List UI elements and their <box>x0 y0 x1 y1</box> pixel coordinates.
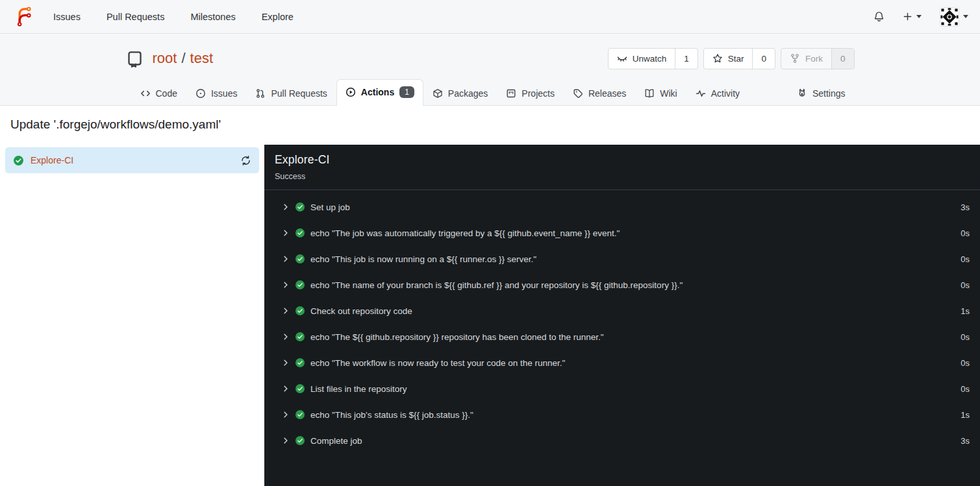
job-log-panel: Explore-CI Success Set up job 3s echo "T… <box>264 145 980 486</box>
step-name: Complete job <box>310 436 362 446</box>
step-row[interactable]: echo "The name of your branch is ${{ git… <box>264 272 980 298</box>
step-name: echo "The job was automatically triggere… <box>310 228 620 238</box>
tab-issues[interactable]: Issues <box>186 81 246 106</box>
navbar-item-explore[interactable]: Explore <box>262 12 294 22</box>
tag-icon <box>573 88 583 99</box>
chevron-right-icon <box>282 359 290 367</box>
navbar-item-milestones[interactable]: Milestones <box>190 12 235 22</box>
check-circle-icon <box>295 435 305 446</box>
sidebar-job-label: Explore-CI <box>31 155 73 165</box>
navbar-right <box>873 7 968 27</box>
refresh-icon[interactable] <box>240 155 251 166</box>
step-name: Set up job <box>310 202 350 212</box>
step-duration: 0s <box>961 384 970 394</box>
chevron-right-icon <box>282 255 290 263</box>
check-circle-icon <box>295 383 305 394</box>
step-duration: 0s <box>961 358 970 368</box>
star-icon <box>712 53 723 64</box>
navbar-item-pull-requests[interactable]: Pull Requests <box>107 12 164 22</box>
chevron-right-icon <box>282 203 290 211</box>
tab-settings[interactable]: Settings <box>788 81 855 106</box>
check-circle-icon <box>295 228 305 238</box>
sidebar-job-explore-ci[interactable]: Explore-CI <box>5 147 259 173</box>
step-row[interactable]: echo "The workflow is now ready to test … <box>264 350 980 376</box>
job-title: Explore-CI <box>275 153 970 167</box>
pulse-icon <box>696 88 706 99</box>
tools-icon <box>797 88 807 99</box>
actions-count-badge: 1 <box>399 86 414 98</box>
check-circle-icon <box>295 306 305 316</box>
chevron-right-icon <box>282 281 290 289</box>
repo-owner-link[interactable]: root <box>153 50 177 67</box>
run-content: Explore-CI Explore-CI Success Set up job… <box>0 145 980 486</box>
step-name: List files in the repository <box>310 384 407 394</box>
navbar-links: Issues Pull Requests Milestones Explore <box>53 12 294 22</box>
step-name: echo "This job's status is ${{ job.statu… <box>310 410 473 420</box>
step-name: echo "The workflow is now ready to test … <box>310 358 565 368</box>
run-title-section: Update '.forgejo/workflows/demo.yaml' <box>0 106 980 145</box>
chevron-right-icon <box>282 307 290 315</box>
issue-opened-icon <box>195 88 206 99</box>
chevron-right-icon <box>282 411 290 419</box>
notifications-bell-icon[interactable] <box>873 11 885 22</box>
chevron-right-icon <box>282 333 290 341</box>
tab-projects[interactable]: Projects <box>497 81 564 106</box>
eye-closed-icon <box>617 53 627 64</box>
create-new-dropdown[interactable] <box>903 12 922 21</box>
step-duration: 0s <box>961 254 970 264</box>
repo-tab-bar: Code Issues Pull Requests Actions 1 Pack… <box>126 79 855 105</box>
chevron-down-icon <box>916 15 922 18</box>
step-row[interactable]: Set up job 3s <box>264 194 980 220</box>
fork-button: Fork 0 <box>781 48 855 69</box>
project-board-icon <box>506 88 516 99</box>
chevron-right-icon <box>282 229 290 237</box>
step-duration: 3s <box>961 436 970 446</box>
step-row[interactable]: Check out repository code 1s <box>264 298 980 324</box>
repo-breadcrumb: root / test <box>153 50 214 67</box>
repository-icon <box>126 50 144 67</box>
user-menu-dropdown[interactable] <box>940 7 968 27</box>
step-row[interactable]: Complete job 3s <box>264 428 980 454</box>
git-pull-request-icon <box>255 88 266 99</box>
step-row[interactable]: echo "The job was automatically triggere… <box>264 220 980 246</box>
tab-activity[interactable]: Activity <box>686 81 749 106</box>
fork-count: 0 <box>831 49 854 69</box>
step-row[interactable]: List files in the repository 0s <box>264 376 980 402</box>
navbar-item-issues[interactable]: Issues <box>53 12 81 22</box>
step-row[interactable]: echo "This job is now running on a ${{ r… <box>264 246 980 272</box>
step-duration: 0s <box>961 280 970 290</box>
tab-code[interactable]: Code <box>131 81 186 106</box>
repo-name-link[interactable]: test <box>190 50 213 67</box>
repo-header: root / test Unwatch 1 <box>0 34 980 106</box>
play-circle-icon <box>346 87 356 97</box>
jobs-sidebar: Explore-CI <box>0 145 264 486</box>
package-icon <box>433 88 443 99</box>
tab-releases[interactable]: Releases <box>564 81 635 106</box>
step-duration: 0s <box>961 228 970 238</box>
tab-actions[interactable]: Actions 1 <box>336 79 423 106</box>
chevron-down-icon <box>963 15 968 18</box>
tab-pull-requests[interactable]: Pull Requests <box>246 81 336 106</box>
chevron-right-icon <box>282 437 290 444</box>
repo-action-buttons: Unwatch 1 Star 0 <box>608 48 855 69</box>
check-circle-icon <box>295 409 305 420</box>
step-row[interactable]: echo "The ${{ github.repository }} repos… <box>264 324 980 350</box>
git-fork-icon <box>790 53 800 64</box>
step-name: echo "This job is now running on a ${{ r… <box>310 254 536 264</box>
step-name: echo "The ${{ github.repository }} repos… <box>310 332 604 342</box>
step-row[interactable]: echo "This job's status is ${{ job.statu… <box>264 402 980 428</box>
star-count: 0 <box>752 49 775 69</box>
check-circle-icon <box>295 332 305 342</box>
star-button[interactable]: Star 0 <box>703 48 775 69</box>
forgejo-logo-icon[interactable] <box>14 7 34 27</box>
check-circle-icon <box>295 254 305 264</box>
tab-wiki[interactable]: Wiki <box>635 81 686 106</box>
check-circle-icon <box>295 280 305 290</box>
repo-separator: / <box>177 50 190 67</box>
check-circle-icon <box>13 155 24 166</box>
unwatch-button[interactable]: Unwatch 1 <box>608 48 698 69</box>
tab-packages[interactable]: Packages <box>423 81 497 106</box>
step-duration: 1s <box>961 306 970 316</box>
step-duration: 3s <box>961 202 970 212</box>
plus-icon <box>903 12 912 21</box>
